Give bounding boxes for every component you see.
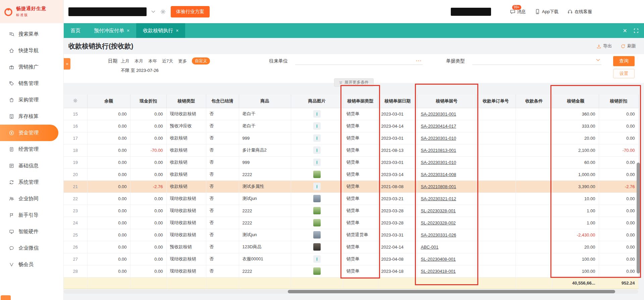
table-row[interactable]: 150.000.00现结收款核销否老白干销货单2023-03-01SA-2023…	[64, 108, 638, 120]
column-header-doc_date[interactable]: 核销单据日期	[378, 94, 417, 108]
refresh-button[interactable]: 刷新	[621, 43, 636, 49]
doc-no-link[interactable]: SA-20210813-001	[421, 148, 457, 153]
settings-button[interactable]: 设置	[613, 69, 635, 78]
messages-button[interactable]: 99+ 消息	[510, 9, 526, 15]
expand-more-button[interactable]: 展开更多条件	[334, 78, 374, 87]
date-option-2[interactable]: 本年	[148, 58, 157, 64]
column-header-writeoff_type[interactable]: 核销类型	[166, 94, 206, 108]
ellipsis-picker-icon[interactable]: ...	[416, 57, 422, 62]
logo[interactable]: 畅捷通好生意 标准版	[0, 0, 63, 23]
app-download-button[interactable]: App下载	[535, 9, 558, 15]
sidebar-item-marketing[interactable]: 营销推广	[0, 59, 63, 75]
tab-close-icon[interactable]: ×	[127, 28, 129, 33]
table-row[interactable]: 240.000.00现结收款核销否2222销货单2023-03-28SL-202…	[64, 217, 638, 229]
date-range-value[interactable]: 不限 至 2023-07-26	[121, 68, 159, 74]
redacted-company-selector[interactable]	[68, 7, 147, 16]
experience-plan-button[interactable]: 体验行业方案	[171, 6, 210, 17]
doc-no-link[interactable]: SA-20230314-008	[421, 172, 457, 177]
doc-no-link[interactable]: ABC-001	[421, 245, 439, 250]
table-row[interactable]: 280.000.00现结收款核销否2222销货单2023-04-18SL-202…	[64, 265, 638, 277]
custom-date-button[interactable]: 自定义	[192, 57, 210, 65]
column-header-amount[interactable]: 核销金额	[552, 94, 599, 108]
date-option-3[interactable]: 近7天	[162, 58, 173, 64]
table-settings-gear-icon[interactable]	[73, 98, 78, 103]
gear-icon[interactable]	[160, 9, 166, 15]
doc-no-link[interactable]: SL-20230418-001	[421, 269, 456, 274]
chevron-down-icon[interactable]	[151, 10, 155, 13]
sidebar-item-sales[interactable]: 销售管理	[0, 75, 63, 92]
column-header-doc_no[interactable]: 核销单据号	[417, 94, 476, 108]
table-row[interactable]: 250.000.00现结收款核销否测试jun销货退货单2023-03-31SA-…	[64, 229, 638, 241]
column-header-item_image[interactable]: 商品图片	[291, 94, 343, 108]
doc-no-link[interactable]: SL-20230328-002	[421, 220, 456, 225]
doc-no-link[interactable]: SL-20230408-001	[421, 257, 456, 262]
date-option-1[interactable]: 本月	[135, 58, 143, 64]
table-row[interactable]: 260.000.00预收款核销否123D商品销货单2022-04-14ABC-0…	[64, 241, 638, 253]
doc-no-link[interactable]: SA-20210808-001	[421, 184, 457, 189]
doc-no-link[interactable]: SA-20230301-010	[421, 160, 457, 165]
tab-1[interactable]: 预付冲应付单×	[87, 23, 136, 38]
sidebar-item-member[interactable]: 畅会员	[0, 256, 63, 273]
sidebar-item-hardware[interactable]: 智能硬件	[0, 223, 63, 240]
date-option-0[interactable]: 上月	[121, 58, 129, 64]
sidebar-item-funds[interactable]: 资金管理	[0, 125, 58, 141]
column-header-balance[interactable]: 余额	[87, 94, 130, 108]
table-row[interactable]: 270.000.00现结收款核销否衣服00001销货单2023-04-08SL-…	[64, 253, 638, 265]
sidebar-item-operations[interactable]: 经营管理	[0, 141, 63, 158]
table-row[interactable]: 220.000.00现结收款核销否测试jun销货单2023-03-21SA-20…	[64, 192, 638, 205]
doc-no-link[interactable]: SA-20230414-017	[421, 124, 457, 129]
tab-0[interactable]: 首页	[64, 23, 87, 38]
table-row[interactable]: 190.000.00收款核销否999销货单2023-03-01SA-202303…	[64, 156, 638, 168]
sidebar-item-system[interactable]: 系统管理	[0, 174, 63, 190]
sidebar-item-purchase[interactable]: 采购管理	[0, 92, 63, 108]
doc-no-link[interactable]: SA-20230301-010	[421, 136, 457, 141]
partner-input[interactable]: ...	[295, 56, 423, 65]
sidebar-item-guide[interactable]: 新手引导	[0, 207, 63, 223]
table-row[interactable]: 210.00-2.76收款核销否测试多属性销货单2021-08-08SA-202…	[64, 180, 638, 192]
column-header-condition[interactable]: 收款条件	[516, 94, 552, 108]
hscroll-thumb[interactable]	[288, 290, 615, 293]
table-row[interactable]: 170.000.00收款核销否999销货单2023-03-01SA-202303…	[64, 132, 638, 144]
column-header-item[interactable]: 商品	[239, 94, 291, 108]
sidebar-item-wechat[interactable]: 企业微信	[0, 240, 63, 256]
export-button[interactable]: 导出	[596, 43, 612, 49]
table-row[interactable]: 200.000.00收款核销否2222销货单2023-03-14SA-20230…	[64, 168, 638, 180]
sidebar-item-inventory[interactable]: 库存核算	[0, 108, 63, 125]
search-button[interactable]: 查询	[613, 56, 635, 66]
cell-condition	[516, 132, 552, 144]
collapse-panel-button[interactable]: »	[64, 58, 70, 70]
column-header-order_no[interactable]: 收款单订单号	[476, 94, 516, 108]
doc-no-link[interactable]: SA-20230331-026	[421, 232, 457, 238]
horizontal-scrollbar[interactable]	[64, 290, 638, 294]
doc-no-link[interactable]: SL-20230328-001	[421, 208, 456, 213]
tab-2[interactable]: 收款核销执行×	[136, 23, 185, 38]
sidebar-item-basic-info[interactable]: 基础信息	[0, 158, 63, 174]
close-icon[interactable]: ×	[623, 27, 627, 34]
support-button[interactable]: 在线客服	[567, 9, 592, 15]
date-option-4[interactable]: 更多	[178, 58, 187, 64]
cell-doc_type: 销货退货单	[343, 229, 378, 241]
sidebar-item-search[interactable]: 搜索菜单	[0, 26, 63, 42]
tab-close-icon[interactable]: ×	[176, 28, 178, 33]
sidebar-item-collaboration[interactable]: 企业协同	[0, 190, 63, 207]
table-row[interactable]: 230.000.00现结收款核销否2222销货单2023-03-28SL-202…	[64, 205, 638, 217]
floating-widget[interactable]	[1, 295, 11, 300]
doc-no-link[interactable]: SA-20230301-001	[421, 112, 457, 117]
doc-type-select[interactable]	[472, 56, 601, 65]
table-row[interactable]: 160.000.00预收冲应收否老白干销货单2023-04-14SA-20230…	[64, 120, 638, 132]
cell-settled: 否	[206, 229, 239, 241]
column-header-discount[interactable]: 核销折扣	[599, 94, 638, 108]
cell-amount: 1.00	[552, 205, 599, 217]
cell-item_image	[291, 180, 343, 192]
column-header-rownum[interactable]	[64, 94, 87, 108]
sidebar-item-quick-nav[interactable]: 快捷导航	[0, 42, 63, 59]
doc-no-link[interactable]: SA-20230321-012	[421, 196, 457, 201]
table-row[interactable]: 180.00-70.00收款核销否多计量商品2销货单2021-08-13SA-2…	[64, 144, 638, 156]
cell-item: 999	[239, 156, 291, 168]
column-header-settled[interactable]: 包含已结清	[206, 94, 239, 108]
column-header-doc_type[interactable]: 核销单据类型	[343, 94, 378, 108]
vertical-scrollbar-thumb[interactable]	[637, 163, 640, 273]
column-header-cash_discount[interactable]: 现金折扣	[130, 94, 166, 108]
sidebar-item-label: 企业微信	[18, 245, 39, 251]
fullscreen-icon[interactable]	[634, 28, 639, 33]
